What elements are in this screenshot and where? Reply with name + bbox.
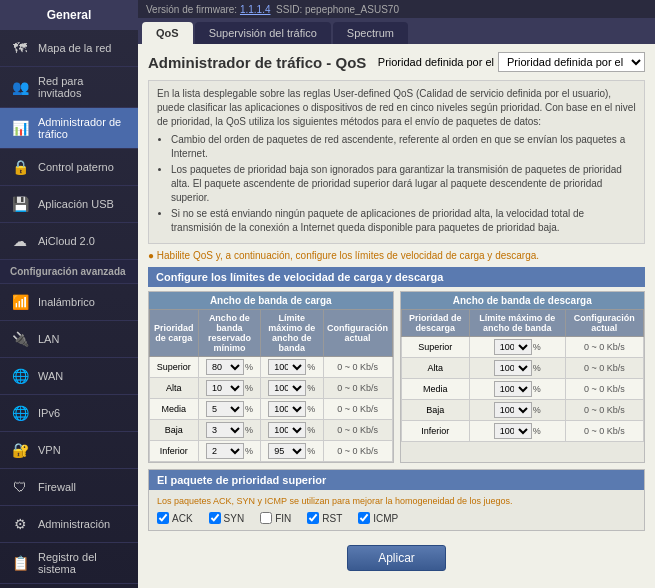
download-max-pct-2: % xyxy=(533,384,541,394)
upload-table-block: Ancho de banda de carga Prioridad de car… xyxy=(148,291,394,463)
upload-min-0[interactable]: 80 % xyxy=(198,357,261,378)
sidebar-item-herramientas-red[interactable]: 🔧 Herramientas de red xyxy=(0,584,138,588)
checkbox-fin[interactable]: FIN xyxy=(260,512,291,524)
upload-max-3[interactable]: 100 % xyxy=(261,420,323,441)
map-icon: 🗺 xyxy=(10,38,30,58)
sidebar-item-aplicacion-usb[interactable]: 💾 Aplicación USB xyxy=(0,186,138,223)
sidebar-item-registro-sistema[interactable]: 📋 Registro del sistema xyxy=(0,543,138,584)
checkbox-fin-input[interactable] xyxy=(260,512,272,524)
download-max-select-2[interactable]: 100 xyxy=(494,381,532,397)
download-max-select-1[interactable]: 100 xyxy=(494,360,532,376)
checkbox-rst-input[interactable] xyxy=(307,512,319,524)
priority-select-row: Prioridad definida por el Prioridad defi… xyxy=(378,52,645,72)
firmware-label: Versión de firmware: xyxy=(146,4,237,15)
sidebar-item-wan[interactable]: 🌐 WAN xyxy=(0,358,138,395)
sidebar-item-label: Administración xyxy=(38,518,110,530)
checkbox-icmp[interactable]: ICMP xyxy=(358,512,398,524)
sidebar-item-label: IPv6 xyxy=(38,407,60,419)
upload-max-0[interactable]: 100 % xyxy=(261,357,323,378)
traffic-icon: 📊 xyxy=(10,118,30,138)
download-priority-1: Alta xyxy=(401,358,469,379)
download-max-1[interactable]: 100 % xyxy=(469,358,565,379)
tab-qos[interactable]: QoS xyxy=(142,22,193,44)
upload-min-select-0[interactable]: 80 xyxy=(206,359,244,375)
tab-spectrum[interactable]: Spectrum xyxy=(333,22,408,44)
download-max-select-3[interactable]: 100 xyxy=(494,402,532,418)
upload-min-2[interactable]: 5 % xyxy=(198,399,261,420)
checkbox-fin-label: FIN xyxy=(275,513,291,524)
upload-max-4[interactable]: 95 % xyxy=(261,441,323,462)
upload-col-priority: Prioridad de carga xyxy=(150,310,199,357)
sidebar-item-aicloud[interactable]: ☁ AiCloud 2.0 xyxy=(0,223,138,260)
upload-max-select-0[interactable]: 100 xyxy=(268,359,306,375)
bandwidth-section-header: Configure los límites de velocidad de ca… xyxy=(148,267,645,287)
checkbox-icmp-input[interactable] xyxy=(358,512,370,524)
checkbox-syn-input[interactable] xyxy=(209,512,221,524)
upload-min-pct-0: % xyxy=(245,362,253,372)
upload-max-select-2[interactable]: 100 xyxy=(268,401,306,417)
sidebar-item-administracion[interactable]: ⚙ Administración xyxy=(0,506,138,543)
download-max-0[interactable]: 100 % xyxy=(469,337,565,358)
vpn-icon: 🔐 xyxy=(10,440,30,460)
upload-max-select-1[interactable]: 100 xyxy=(268,380,306,396)
download-priority-3: Baja xyxy=(401,400,469,421)
download-row: Baja 100 % 0 ~ 0 Kb/s xyxy=(401,400,644,421)
firmware-version[interactable]: 1.1.1.4 xyxy=(240,4,271,15)
desc-list: Cambio del orden de paquetes de red asce… xyxy=(171,133,636,235)
sidebar-item-admin-trafico[interactable]: 📊 Administrador de tráfico xyxy=(0,108,138,149)
apply-button[interactable]: Aplicar xyxy=(347,545,446,571)
sidebar-item-label: Aplicación USB xyxy=(38,198,114,210)
apply-row: Aplicar xyxy=(148,537,645,575)
tabs-bar: QoS Supervisión del tráfico Spectrum xyxy=(138,18,655,44)
sidebar-item-label: LAN xyxy=(38,333,59,345)
lock-icon: 🔒 xyxy=(10,157,30,177)
checkbox-syn[interactable]: SYN xyxy=(209,512,245,524)
download-max-select-0[interactable]: 100 xyxy=(494,339,532,355)
download-table: Prioridad de descarga Límite máximo de a… xyxy=(401,309,645,442)
upload-min-4[interactable]: 2 % xyxy=(198,441,261,462)
upload-min-3[interactable]: 3 % xyxy=(198,420,261,441)
sidebar-item-label: Mapa de la red xyxy=(38,42,111,54)
download-max-select-4[interactable]: 100 xyxy=(494,423,532,439)
upload-min-select-2[interactable]: 5 xyxy=(206,401,244,417)
download-max-3[interactable]: 100 % xyxy=(469,400,565,421)
sidebar-item-label: Administrador de tráfico xyxy=(38,116,128,140)
sidebar-item-lan[interactable]: 🔌 LAN xyxy=(0,321,138,358)
upload-max-pct-4: % xyxy=(307,446,315,456)
download-row: Inferior 100 % 0 ~ 0 Kb/s xyxy=(401,421,644,442)
sidebar-item-inalambrico[interactable]: 📶 Inalámbrico xyxy=(0,284,138,321)
upload-max-pct-1: % xyxy=(307,383,315,393)
download-col-max: Límite máximo de ancho de banda xyxy=(469,310,565,337)
download-row: Media 100 % 0 ~ 0 Kb/s xyxy=(401,379,644,400)
upload-max-1[interactable]: 100 % xyxy=(261,378,323,399)
sidebar-item-ipv6[interactable]: 🌐 IPv6 xyxy=(0,395,138,432)
upload-min-select-4[interactable]: 2 xyxy=(206,443,244,459)
upload-min-1[interactable]: 10 % xyxy=(198,378,261,399)
sidebar-item-label: Registro del sistema xyxy=(38,551,128,575)
download-priority-4: Inferior xyxy=(401,421,469,442)
upload-max-select-4[interactable]: 95 xyxy=(268,443,306,459)
upload-min-select-1[interactable]: 10 xyxy=(206,380,244,396)
sidebar-item-mapa-red[interactable]: 🗺 Mapa de la red xyxy=(0,30,138,67)
checkbox-ack[interactable]: ACK xyxy=(157,512,193,524)
sidebar-item-control-paterno[interactable]: 🔒 Control paterno xyxy=(0,149,138,186)
sidebar-item-red-invitados[interactable]: 👥 Red para invitados xyxy=(0,67,138,108)
tab-supervision[interactable]: Supervisión del tráfico xyxy=(195,22,331,44)
upload-col-max: Límite máximo de ancho de banda xyxy=(261,310,323,357)
page-title-row: Administrador de tráfico - QoS Prioridad… xyxy=(148,52,645,72)
upload-max-select-3[interactable]: 100 xyxy=(268,422,306,438)
download-max-2[interactable]: 100 % xyxy=(469,379,565,400)
sidebar-item-vpn[interactable]: 🔐 VPN xyxy=(0,432,138,469)
download-max-4[interactable]: 100 % xyxy=(469,421,565,442)
upload-min-select-3[interactable]: 3 xyxy=(206,422,244,438)
priority-select[interactable]: Prioridad definida por el xyxy=(498,52,645,72)
qos-tables: Ancho de banda de carga Prioridad de car… xyxy=(148,291,645,463)
sidebar-item-firewall[interactable]: 🛡 Firewall xyxy=(0,469,138,506)
upload-max-2[interactable]: 100 % xyxy=(261,399,323,420)
desc-link[interactable]: ● Habilite QoS y, a continuación, config… xyxy=(148,250,645,261)
checkbox-ack-input[interactable] xyxy=(157,512,169,524)
upload-max-pct-0: % xyxy=(307,362,315,372)
upload-current-2: 0 ~ 0 Kb/s xyxy=(323,399,392,420)
content-area: Administrador de tráfico - QoS Prioridad… xyxy=(138,44,655,588)
checkbox-rst[interactable]: RST xyxy=(307,512,342,524)
